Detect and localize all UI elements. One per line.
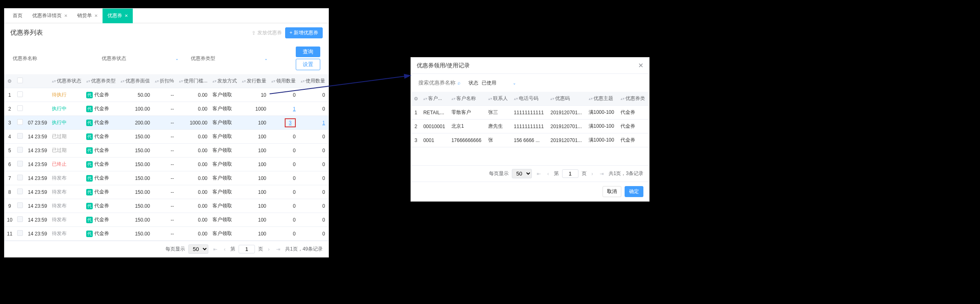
table-row[interactable]: 1 RETAIL... 零散客户 张三 11111111111 20191207… (411, 106, 649, 120)
coupon-type-select[interactable]: ⌄ (219, 55, 268, 62)
coupon-type: 代代金券 (86, 91, 109, 98)
prev-page-button[interactable]: ‹ (222, 246, 227, 252)
search-icon[interactable]: ⌕ (458, 80, 460, 86)
coupon-type: 代代金券 (86, 189, 109, 195)
receive-qty-link[interactable]: 3 (289, 120, 292, 126)
modal-title: 优惠券领用/使用记录 (417, 62, 470, 69)
status-badge: 待发布 (52, 189, 67, 195)
first-page-button[interactable]: ⇤ (212, 246, 219, 252)
close-icon[interactable]: ✕ (125, 13, 128, 18)
page-input[interactable] (239, 245, 255, 253)
sort-icon[interactable]: ▴▾ (155, 80, 159, 82)
prev-page-button[interactable]: ‹ (546, 171, 551, 177)
sort-icon[interactable]: ▴▾ (550, 98, 554, 100)
chevron-down-icon: ⌄ (175, 56, 179, 61)
voucher-icon: 代 (86, 120, 93, 126)
tabs-bar: 首页 优惠券详情页✕ 销货单✕ 优惠券✕ (4, 9, 328, 23)
first-page-button[interactable]: ⇤ (535, 171, 542, 177)
row-checkbox[interactable] (17, 105, 23, 111)
pagination-summary: 共1页，3条记录 (609, 170, 643, 177)
table-row[interactable]: 7 14 23:59 待发布 代代金券 150.00 -- 0.00 客户领取 … (4, 171, 328, 185)
tab-sales-order[interactable]: 销货单✕ (72, 9, 103, 23)
voucher-icon: 代 (86, 92, 93, 98)
search-button[interactable]: 查询 (296, 47, 320, 57)
confirm-button[interactable]: 确定 (625, 186, 643, 197)
search-input[interactable] (417, 78, 458, 87)
table-row[interactable]: 9 14 23:59 待发布 代代金券 150.00 -- 0.00 客户领取 … (4, 199, 328, 213)
voucher-icon: 代 (86, 231, 93, 237)
close-icon[interactable]: ✕ (94, 13, 98, 18)
row-checkbox[interactable] (17, 119, 23, 125)
sort-icon[interactable]: ▴▾ (242, 80, 246, 82)
sort-icon[interactable]: ▴▾ (212, 80, 217, 82)
use-qty-link[interactable]: 1 (322, 120, 325, 126)
table-row[interactable]: 5 14 23:59 已过期 代代金券 150.00 -- 0.00 客户领取 … (4, 144, 328, 158)
sort-icon[interactable]: ▴▾ (621, 98, 625, 100)
status-select[interactable]: 已使用⌄ (482, 80, 516, 87)
sort-icon[interactable]: ▴▾ (301, 80, 305, 82)
sort-icon[interactable]: ▴▾ (451, 98, 455, 100)
row-checkbox (17, 230, 23, 236)
gear-icon[interactable]: ⚙ (414, 96, 418, 102)
table-row[interactable]: 3 0001 17666666666 张 156 6666 ... 201912… (411, 133, 649, 147)
chevron-down-icon: ⌄ (264, 56, 268, 61)
table-row[interactable]: 8 14 23:59 待发布 代代金券 150.00 -- 0.00 客户领取 … (4, 185, 328, 199)
chevron-down-icon: ⌄ (513, 81, 516, 85)
sort-icon[interactable]: ▴▾ (514, 98, 518, 100)
usage-table: ⚙ ▴▾客户... ▴▾客户名称 ▴▾联系人 ▴▾电话号码 ▴▾优惠码 ▴▾优惠… (411, 92, 649, 147)
voucher-icon: 代 (86, 161, 93, 168)
last-page-button[interactable]: ⇥ (598, 171, 605, 177)
sort-icon[interactable]: ▴▾ (488, 98, 492, 100)
settings-button[interactable]: 设置 (296, 59, 320, 70)
tab-coupon[interactable]: 优惠券✕ (103, 9, 133, 23)
next-page-button[interactable]: › (590, 171, 595, 177)
coupon-type: 代代金券 (86, 216, 109, 223)
status-badge: 待发布 (52, 231, 67, 236)
filter-status-label: 优惠券状态 (102, 55, 126, 62)
status-badge: 待发布 (52, 175, 67, 181)
sort-icon[interactable]: ▴▾ (86, 80, 90, 82)
sort-icon[interactable]: ▴▾ (589, 98, 593, 100)
sort-icon[interactable]: ▴▾ (423, 98, 427, 100)
row-checkbox (17, 133, 23, 139)
receive-qty-link[interactable]: 1 (293, 106, 296, 112)
row-checkbox (17, 147, 23, 153)
gear-icon[interactable]: ⚙ (7, 78, 12, 84)
add-coupon-button[interactable]: + 新增优惠券 (285, 27, 323, 38)
table-row[interactable]: 2 执行中 代代金券 100.00 -- 0.00 客户领取 1000 1 0 … (4, 102, 328, 116)
table-row[interactable]: 11 14 23:59 待发布 代代金券 150.00 -- 0.00 客户领取… (4, 227, 328, 241)
sort-icon[interactable]: ▴▾ (121, 80, 125, 82)
table-row[interactable]: 10 14 23:59 待发布 代代金券 150.00 -- 0.00 客户领取… (4, 213, 328, 227)
voucher-icon: 代 (86, 217, 93, 223)
last-page-button[interactable]: ⇥ (275, 246, 282, 252)
title-bar: 优惠券列表 ⇪发放优惠券 + 新增优惠券 (4, 23, 328, 42)
voucher-icon: 代 (86, 147, 93, 154)
per-page-select[interactable]: 50 (188, 244, 208, 254)
coupon-list-panel: 首页 优惠券详情页✕ 销货单✕ 优惠券✕ 优惠券列表 ⇪发放优惠券 + 新增优惠… (4, 8, 329, 257)
coupon-status-select[interactable]: ⌄ (129, 55, 179, 62)
table-row[interactable]: 6 14 23:59 已终止 代代金券 150.00 -- 0.00 客户领取 … (4, 158, 328, 171)
coupon-name-input[interactable] (40, 53, 89, 63)
status-badge: 执行中 (52, 106, 67, 111)
cancel-button[interactable]: 取消 (603, 186, 621, 197)
voucher-icon: 代 (86, 133, 93, 140)
close-icon[interactable]: ✕ (64, 13, 67, 18)
table-row[interactable]: 1 待执行 代代金券 50.00 -- 0.00 客户领取 10 0 0 ✎⊞ (4, 88, 328, 102)
table-row[interactable]: 2 00010001 北京1 唐先生 11111111111 201912070… (411, 120, 649, 133)
row-checkbox[interactable] (17, 91, 23, 97)
table-row[interactable]: 4 14 23:59 已过期 代代金券 150.00 -- 0.00 客户领取 … (4, 130, 328, 144)
pagination-summary: 共1页，49条记录 (285, 246, 323, 253)
select-all-checkbox[interactable] (17, 78, 23, 83)
next-page-button[interactable]: › (266, 246, 271, 252)
sort-icon[interactable]: ▴▾ (271, 80, 275, 82)
page-input[interactable] (562, 169, 578, 178)
row-checkbox (17, 175, 23, 180)
tab-coupon-detail[interactable]: 优惠券详情页✕ (27, 9, 72, 23)
coupon-type: 代代金券 (86, 105, 109, 112)
tab-home[interactable]: 首页 (8, 9, 27, 23)
sort-icon[interactable]: ▴▾ (179, 80, 183, 82)
sort-icon[interactable]: ▴▾ (52, 80, 56, 82)
close-icon[interactable]: ✕ (638, 62, 643, 69)
table-row[interactable]: 3 07 23:59 执行中 代代金券 200.00 -- 1000.00 客户… (4, 116, 328, 130)
per-page-select[interactable]: 50 (512, 169, 532, 178)
